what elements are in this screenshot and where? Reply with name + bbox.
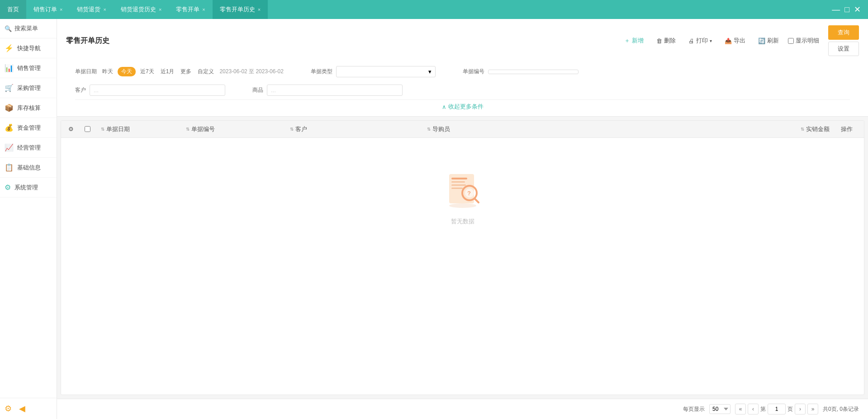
sidebar-item-basic-info[interactable]: 📋 基础信息 — [0, 158, 57, 178]
doctype-select[interactable]: ▾ — [336, 66, 436, 77]
collapse-more-label: 收起更多条件 — [448, 103, 484, 111]
print-label: 打印 — [696, 37, 708, 45]
date-range-display: 2023-06-02 至 2023-06-02 — [219, 68, 283, 75]
product-label: 商品 — [252, 86, 263, 94]
gear-settings-icon[interactable]: ⚙ — [68, 126, 74, 132]
collapse-sidebar-icon[interactable]: ◀ — [19, 404, 25, 414]
th-date[interactable]: ⇅ 单据日期 — [97, 125, 182, 133]
page-unit: 页 — [787, 405, 793, 413]
collapse-chevron-icon: ∧ — [442, 104, 446, 110]
main-layout: 🔍 搜索菜单 ⚡ 快捷导航 📊 销售管理 🛒 采购管理 📦 库存核算 💰 资金管… — [0, 19, 868, 419]
sidebar-item-basic-info-label: 基础信息 — [17, 164, 41, 172]
per-page-select[interactable]: 50 20 100 — [709, 404, 730, 414]
product-input[interactable]: ... — [267, 85, 403, 96]
sidebar-item-quick-nav[interactable]: ⚡ 快捷导航 — [0, 38, 57, 58]
table-header: ⚙ ⇅ 单据日期 ⇅ 单据编号 ⇅ 客户 ⇅ — [61, 121, 864, 138]
tab-home-label: 首页 — [7, 5, 19, 14]
svg-point-0 — [449, 203, 476, 208]
show-detail-input[interactable] — [788, 38, 794, 44]
close-window-icon[interactable]: ✕ — [854, 5, 861, 14]
show-detail-label: 显示明细 — [796, 37, 819, 45]
sidebar-bottom: ⚙ ◀ — [0, 398, 57, 419]
th-checkbox[interactable] — [81, 126, 97, 132]
page-number-input[interactable] — [768, 404, 786, 414]
svg-rect-2 — [451, 178, 467, 179]
delete-button[interactable]: 🗑 删除 — [653, 35, 679, 47]
page-word: 第 — [760, 405, 766, 413]
sidebar-item-sales-mgmt[interactable]: 📊 销售管理 — [0, 58, 57, 78]
tab-sales-return-history[interactable]: 销货退货历史 × — [114, 0, 169, 19]
sidebar-item-system[interactable]: ⚙ 系统管理 — [0, 178, 57, 198]
sidebar-item-operations[interactable]: 📈 经营管理 — [0, 138, 57, 158]
quick-nav-icon: ⚡ — [5, 44, 14, 52]
svg-rect-5 — [451, 188, 463, 189]
maximize-icon[interactable]: □ — [844, 5, 849, 14]
tab-retail-open[interactable]: 零售开单 × — [169, 0, 212, 19]
print-button[interactable]: 🖨 打印 ▾ — [685, 35, 716, 47]
export-label: 导出 — [734, 37, 745, 45]
filter-docnum-item: 单据编号 — [463, 68, 579, 75]
th-gear[interactable]: ⚙ — [65, 126, 81, 132]
date-options: 昨天 今天 近7天 近1月 更多 自定义 — [100, 67, 216, 76]
operations-icon: 📈 — [5, 143, 14, 152]
th-date-label: 单据日期 — [106, 125, 130, 133]
first-page-btn[interactable]: « — [735, 404, 746, 414]
th-amount[interactable]: ⇅ 实销金额 — [761, 125, 833, 133]
minimize-icon[interactable]: — — [832, 5, 840, 14]
inventory-icon: 📦 — [5, 104, 14, 112]
nav-tabs: 首页 销售订单 × 销货退货 × 销货退货历史 × 零售开单 × 零售开单历史 … — [0, 0, 825, 19]
total-info: 共0页, 0条记录 — [823, 405, 859, 413]
th-guide-label: 导购员 — [432, 125, 450, 133]
collapse-more-btn[interactable]: ∧ 收起更多条件 — [75, 99, 850, 112]
settings-button[interactable]: 设置 — [828, 42, 859, 56]
tab-retail-open-history[interactable]: 零售开单历史 × — [213, 0, 268, 19]
date-option-last1month[interactable]: 近1月 — [159, 67, 176, 76]
show-detail-checkbox[interactable]: 显示明细 — [788, 37, 819, 45]
add-label: 新增 — [632, 37, 644, 45]
query-button[interactable]: 查询 — [828, 25, 859, 40]
sidebar-item-operations-label: 经营管理 — [17, 144, 41, 152]
product-dots: ... — [271, 87, 276, 94]
sidebar-item-finance[interactable]: 💰 资金管理 — [0, 118, 57, 138]
settings-gear-icon[interactable]: ⚙ — [5, 404, 12, 414]
filter-area: 单据日期 昨天 今天 近7天 近1月 更多 自定义 2023-06-02 至 2… — [66, 62, 859, 116]
tab-retail-open-close[interactable]: × — [202, 7, 205, 12]
next-page-btn[interactable]: › — [795, 404, 806, 414]
refresh-button[interactable]: 🔄 刷新 — [754, 35, 783, 47]
add-button[interactable]: ＋ 新增 — [621, 35, 647, 47]
tab-retail-open-history-close[interactable]: × — [258, 7, 261, 12]
tab-sales-return-history-close[interactable]: × — [159, 7, 161, 12]
prev-page-btn[interactable]: ‹ — [748, 404, 759, 414]
customer-input[interactable]: ... — [90, 85, 225, 96]
content-area: 零售开单历史 ＋ 新增 🗑 删除 🖨 打印 ▾ — [57, 19, 868, 419]
th-op-label: 操作 — [841, 125, 853, 133]
tab-sales-order-label: 销售订单 — [33, 5, 57, 14]
th-customer[interactable]: ⇅ 客户 — [286, 125, 423, 133]
sidebar-search[interactable]: 🔍 搜索菜单 — [0, 19, 57, 38]
top-navigation: 首页 销售订单 × 销货退货 × 销货退货历史 × 零售开单 × 零售开单历史 … — [0, 0, 868, 19]
svg-rect-4 — [451, 184, 466, 186]
date-option-today[interactable]: 今天 — [118, 67, 136, 76]
tab-home[interactable]: 首页 — [0, 0, 26, 19]
sidebar-item-inventory[interactable]: 📦 库存核算 — [0, 98, 57, 118]
tab-sales-order-close[interactable]: × — [60, 7, 62, 12]
th-guide[interactable]: ⇅ 导购员 — [423, 125, 495, 133]
th-num[interactable]: ⇅ 单据编号 — [182, 125, 287, 133]
tab-sales-order[interactable]: 销售订单 × — [26, 0, 70, 19]
sidebar: 🔍 搜索菜单 ⚡ 快捷导航 📊 销售管理 🛒 采购管理 📦 库存核算 💰 资金管… — [0, 19, 57, 419]
sidebar-item-purchase-mgmt[interactable]: 🛒 采购管理 — [0, 78, 57, 98]
date-option-custom[interactable]: 自定义 — [196, 67, 216, 76]
date-option-yesterday[interactable]: 昨天 — [100, 67, 115, 76]
delete-label: 删除 — [664, 37, 676, 45]
docnum-label: 单据编号 — [463, 68, 484, 75]
docnum-input[interactable] — [488, 70, 579, 74]
date-option-last7[interactable]: 近7天 — [138, 67, 156, 76]
select-all-checkbox[interactable] — [85, 126, 90, 132]
th-num-label: 单据编号 — [191, 125, 215, 133]
svg-line-8 — [474, 198, 479, 202]
date-option-more[interactable]: 更多 — [179, 67, 193, 76]
last-page-btn[interactable]: » — [807, 404, 818, 414]
tab-sales-return-close[interactable]: × — [103, 7, 106, 12]
export-button[interactable]: 📤 导出 — [721, 35, 749, 47]
tab-sales-return[interactable]: 销货退货 × — [70, 0, 113, 19]
